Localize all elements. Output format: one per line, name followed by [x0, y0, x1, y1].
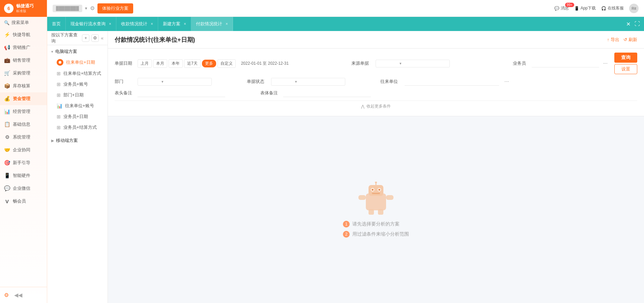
counterpart-input[interactable]	[405, 78, 499, 86]
collapse-scheme-btn[interactable]: «	[101, 35, 104, 41]
user-avatar[interactable]: Rit	[629, 4, 639, 13]
sidebar-item-vip[interactable]: V 畅会员	[0, 195, 47, 208]
search-label: 搜索菜单	[11, 20, 29, 26]
staff-ellipsis[interactable]: ···	[603, 60, 608, 66]
scheme-item-counterpart-date[interactable]: 往来单位+日期	[47, 57, 108, 68]
sidebar-item-basic[interactable]: 📋 基础信息	[0, 118, 47, 131]
sidebar-nav: ⚡ 快捷导航 📢 营销推广 💼 销售管理 🛒 采购管理 📦 库存核算 💰 资金管…	[0, 28, 47, 287]
svg-rect-1	[366, 193, 386, 210]
tab-new-scheme-close[interactable]: ×	[184, 22, 186, 26]
online-service-btn[interactable]: 🎧 在线客服	[601, 5, 624, 11]
mobile-scheme-group: ▶ 移动端方案	[47, 134, 108, 147]
sidebar-item-quick-nav[interactable]: ⚡ 快捷导航	[0, 28, 47, 41]
gear-icon[interactable]: ⚙	[90, 5, 95, 11]
sidebar-item-sales[interactable]: 💼 销售管理	[0, 54, 47, 67]
app-download-btn[interactable]: 📱 App下载	[574, 5, 596, 11]
topbar: ████████ ▾ ⚙ 体验行业方案 💬 消息 99+ 📱 App下载 🎧 在…	[47, 0, 644, 17]
tab-bank-close[interactable]: ×	[109, 22, 111, 26]
dept-select[interactable]: ▾	[138, 78, 212, 86]
svg-rect-8	[358, 195, 366, 200]
tab-payment-close[interactable]: ×	[226, 22, 228, 26]
refresh-btn[interactable]: ↺ 刷新	[623, 37, 637, 43]
sidebar-item-enterprise[interactable]: 🤝 企业协同	[0, 144, 47, 156]
svg-rect-9	[386, 195, 393, 200]
sidebar-item-inventory[interactable]: 📦 库存核算	[0, 80, 47, 92]
company-name: ████████	[56, 6, 79, 11]
this-month-btn[interactable]: 本月	[153, 59, 167, 68]
filter-row-3: 表头备注 表体备注	[115, 89, 637, 97]
source-voucher-select[interactable]: ▾	[376, 60, 450, 67]
app-icon: 📱	[574, 6, 579, 11]
nav-label: 库存核算	[13, 83, 30, 89]
add-scheme-btn[interactable]: +	[82, 34, 89, 42]
sidebar-logo: 6 畅捷通巧 标准版	[0, 0, 47, 17]
counterpart-ellipsis[interactable]: ···	[504, 79, 509, 85]
staff-input[interactable]	[532, 59, 599, 67]
hint-1-text: 请先选择要分析的方案	[352, 221, 400, 227]
tab-home[interactable]: 首页	[47, 17, 66, 31]
desktop-group-label: 电脑端方案	[55, 49, 77, 55]
sidebar-item-purchase[interactable]: 🛒 采购管理	[0, 67, 47, 80]
scheme-header-actions: + ⚙ «	[82, 34, 104, 42]
counterpart-label: 往来单位	[380, 79, 401, 85]
sidebar-item-hardware[interactable]: 📱 智能硬件	[0, 169, 47, 182]
mobile-group-title[interactable]: ▶ 移动端方案	[47, 135, 108, 146]
scheme-item-dept-date[interactable]: ⊞ 部门+日期	[47, 90, 108, 100]
trial-btn[interactable]: 体验行业方案	[97, 3, 133, 13]
tab-receipts[interactable]: 收款情况统计 ×	[116, 17, 158, 31]
tab-receipts-close[interactable]: ×	[151, 22, 153, 26]
filter-row-1: 单据日期 上月 本月 本年 近7天 更多 自定义 2022-01-01 至 20…	[115, 53, 637, 74]
settings-btn[interactable]: 设置	[614, 64, 637, 74]
dropdown-icon[interactable]: ▾	[85, 6, 87, 11]
scheme-item-counterpart-account[interactable]: 📊 往来单位+账号	[47, 100, 108, 111]
custom-btn[interactable]: 自定义	[217, 59, 236, 68]
refresh-icon: ↺	[623, 37, 627, 42]
scheme-table-icon: ⊞	[57, 125, 61, 130]
company-selector[interactable]: ████████	[53, 5, 82, 12]
sidebar-item-system[interactable]: ⚙ 系统管理	[0, 131, 47, 144]
tab-new-scheme[interactable]: 新建方案 ×	[158, 17, 191, 31]
tab-receipts-label: 收款情况统计	[121, 21, 147, 27]
nav-label: 资金管理	[13, 96, 30, 102]
last-month-btn[interactable]: 上月	[138, 59, 152, 68]
tab-payment-label: 付款情况统计	[196, 21, 222, 27]
sidebar-item-guide[interactable]: 🎯 新手引导	[0, 156, 47, 169]
desktop-group-arrow: ▾	[51, 50, 53, 54]
scheme-settings-btn[interactable]: ⚙	[91, 34, 99, 42]
collapse-sidebar-icon[interactable]: ◀◀	[14, 292, 22, 298]
tab-bank[interactable]: 现金银行流水查询 ×	[66, 17, 116, 31]
empty-state: 1 请先选择要分析的方案 2 用过滤条件来缩小分析范围	[343, 182, 409, 238]
sidebar: 6 畅捷通巧 标准版 🔍 搜索菜单 ⚡ 快捷导航 📢 营销推广 💼 销售管理 🛒…	[0, 0, 47, 303]
scheme-item-staff-account[interactable]: ⊞ 业务员+账号	[47, 79, 108, 90]
settings-icon[interactable]: ⚙	[4, 292, 9, 298]
query-btn[interactable]: 查询	[614, 53, 637, 63]
this-year-btn[interactable]: 本年	[169, 59, 183, 68]
table-header-note-input[interactable]	[138, 89, 225, 97]
scheme-item-staff-date[interactable]: ⊞ 业务员+日期	[47, 111, 108, 122]
desktop-group-title[interactable]: ▾ 电脑端方案	[47, 47, 108, 57]
sidebar-item-operation[interactable]: 📊 经营管理	[0, 105, 47, 118]
nav-label: 营销推广	[13, 44, 30, 51]
export-btn[interactable]: ↑ 导出	[607, 37, 620, 43]
sidebar-search[interactable]: 🔍 搜索菜单	[0, 17, 47, 28]
last-7days-btn[interactable]: 近7天	[184, 59, 201, 68]
export-label: 导出	[611, 37, 619, 43]
close-all-tabs-btn[interactable]: ✕	[626, 21, 631, 27]
logo-sub: 标准版	[16, 9, 34, 13]
sidebar-item-marketing[interactable]: 📢 营销推广	[0, 41, 47, 54]
tab-payment[interactable]: 付款情况统计 ×	[191, 17, 233, 31]
message-btn[interactable]: 💬 消息 99+	[554, 5, 569, 11]
voucher-status-label: 单据状态	[247, 79, 267, 85]
sidebar-item-wechat[interactable]: 💬 企业微信	[0, 182, 47, 195]
system-icon: ⚙	[4, 134, 10, 140]
more-btn[interactable]: 更多	[202, 60, 216, 67]
sidebar-item-fund[interactable]: 💰 资金管理	[0, 92, 47, 105]
scheme-table-icon: ⊞	[57, 92, 61, 98]
scheme-item-counterpart-settlement[interactable]: ⊞ 往来单位+结算方式	[47, 68, 108, 79]
table-body-note-input[interactable]	[283, 89, 371, 97]
collapse-more-btn[interactable]: ⋀ 收起更多条件	[115, 100, 637, 112]
maximize-btn[interactable]: ⛶	[635, 21, 640, 27]
scheme-item-staff-settlement[interactable]: ⊞ 业务员+结算方式	[47, 122, 108, 133]
voucher-status-select[interactable]: ▾	[271, 78, 345, 86]
message-badge: 99+	[565, 3, 574, 7]
